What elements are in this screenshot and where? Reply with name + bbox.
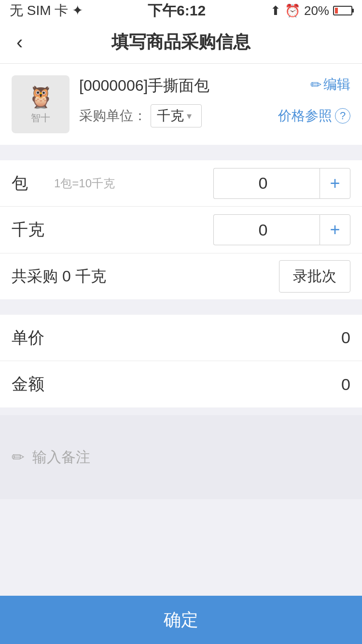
kg-input-row: 千克 + [0,207,362,253]
kg-plus-button[interactable]: + [320,214,350,245]
product-brand-label: 智十 [31,112,50,125]
status-time: 下午6:12 [148,1,206,21]
product-name: [0000006]手撕面包 [79,75,209,97]
status-left: 无 SIM 卡 ✦ [10,1,83,20]
location-icon: ⬆ [270,3,281,18]
kg-input[interactable] [213,214,320,245]
unit-price-value: 0 [341,328,350,347]
kg-label: 千克 [12,219,50,241]
remark-placeholder: 输入备注 [32,448,90,467]
product-name-row: [0000006]手撕面包 ✏ 编辑 [79,75,350,97]
battery-icon [333,6,352,15]
product-image: 🦉 智十 [12,75,70,133]
unit-select[interactable]: 千克 ▾ [151,104,202,127]
divider-1 [0,153,362,160]
package-controls: + [213,168,350,199]
unit-price-row: 单价 0 [0,315,362,361]
edit-label: 编辑 [323,75,350,94]
purchase-unit-left: 采购单位： 千克 ▾ [79,104,202,127]
product-owl-icon: 🦉 [28,84,54,110]
input-section: 包 1包=10千克 + 千克 + [0,160,362,253]
kg-controls: + [213,214,350,245]
status-bar: 无 SIM 卡 ✦ 下午6:12 ⬆ ⏰ 20% [0,0,362,21]
nav-bar: ‹ 填写商品采购信息 [0,21,362,64]
batch-button[interactable]: 录批次 [279,260,350,293]
edit-button[interactable]: ✏ 编辑 [310,75,350,94]
alarm-icon: ⏰ [285,3,300,18]
status-right: ⬆ ⏰ 20% [270,3,352,18]
package-label: 包 [12,172,50,195]
amount-label: 金额 [12,373,44,395]
package-input[interactable] [213,168,320,199]
purchase-unit-label: 采购单位： [79,107,147,125]
sim-label: 无 SIM 卡 ✦ [10,1,83,20]
confirm-bar[interactable]: 确定 [0,596,362,644]
unit-price-label: 单价 [12,327,44,349]
purchase-unit-row: 采购单位： 千克 ▾ 价格参照 ? [79,104,350,127]
product-info: [0000006]手撕面包 ✏ 编辑 采购单位： 千克 ▾ 价格参照 ? [79,75,350,127]
package-sublabel: 1包=10千克 [54,176,213,191]
battery-label: 20% [304,3,329,18]
info-section: 单价 0 金额 0 [0,315,362,407]
chevron-down-icon: ▾ [187,110,192,122]
product-card: 🦉 智十 [0000006]手撕面包 ✏ 编辑 采购单位： 千克 ▾ [0,64,362,145]
package-plus-button[interactable]: + [320,168,350,199]
price-ref-button[interactable]: 价格参照 ? [278,107,350,125]
summary-row: 共采购 0 千克 录批次 [0,253,362,299]
divider-2 [0,299,362,307]
help-icon: ? [335,108,350,124]
unit-value: 千克 [157,107,184,125]
edit-icon: ✏ [310,77,321,93]
pencil-icon: ✏ [12,448,25,466]
price-ref-label: 价格参照 [278,107,332,125]
back-button[interactable]: ‹ [12,27,28,58]
summary-text: 共采购 0 千克 [12,266,106,287]
page-title: 填写商品采购信息 [111,30,251,54]
spacer [0,499,362,596]
amount-row: 金额 0 [0,361,362,407]
remark-section[interactable]: ✏ 输入备注 [0,415,362,499]
amount-value: 0 [341,375,350,394]
package-input-row: 包 1包=10千克 + [0,160,362,207]
confirm-button-label: 确定 [164,608,198,632]
